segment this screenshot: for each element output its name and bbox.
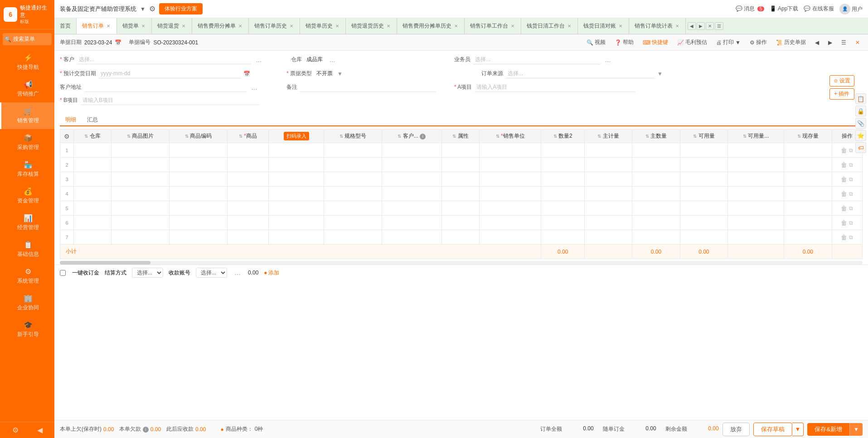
row-1-quantity2[interactable] xyxy=(541,143,584,158)
row-3-product[interactable] xyxy=(227,172,269,187)
row-4-delete-icon[interactable]: 🗑 xyxy=(841,190,847,197)
customer-address-expand-icon[interactable]: … xyxy=(249,84,259,91)
shortcut-button[interactable]: ⌨ 快捷键 xyxy=(640,37,671,48)
row-5-main-quantity[interactable] xyxy=(632,201,680,216)
row-1-spec[interactable] xyxy=(324,143,382,158)
row-2-copy-icon[interactable]: ⧉ xyxy=(849,162,853,168)
save-new-dropdown[interactable]: ▼ xyxy=(849,423,863,436)
row-5-attributes[interactable] xyxy=(441,201,479,216)
row-5-main-unit[interactable] xyxy=(584,201,632,216)
row-4-main-quantity[interactable] xyxy=(632,187,680,201)
tab-home[interactable]: 首页 xyxy=(54,18,77,34)
order-source-dropdown-icon[interactable]: ▼ xyxy=(657,71,663,77)
sidebar-item-quick-nav[interactable]: ⚡ 快捷导航 xyxy=(0,49,54,76)
row-7-main-unit[interactable] xyxy=(584,230,632,245)
b-project-input[interactable] xyxy=(81,96,259,105)
row-3-spec[interactable] xyxy=(324,172,382,187)
sidebar-item-enterprise[interactable]: 🏢 企业协同 xyxy=(0,289,54,316)
row-3-delete-icon[interactable]: 🗑 xyxy=(841,176,847,183)
row-6-main-quantity[interactable] xyxy=(632,216,680,230)
row-2-attributes[interactable] xyxy=(441,158,479,172)
row-6-current-stock[interactable] xyxy=(784,216,832,230)
row-7-product[interactable] xyxy=(227,230,269,245)
row-1-attributes[interactable] xyxy=(441,143,479,158)
row-5-current-stock[interactable] xyxy=(784,201,832,216)
tab-close-order-statistics[interactable]: ✕ xyxy=(674,23,680,29)
tab-sales-expense[interactable]: 销售费用分摊单 ✕ xyxy=(192,18,249,34)
system-dropdown-button[interactable]: ▼ xyxy=(140,6,145,12)
user-avatar[interactable]: 👤 用户 xyxy=(839,4,863,14)
row-1-main-quantity[interactable] xyxy=(632,143,680,158)
discard-button[interactable]: 放弃 xyxy=(723,423,750,436)
row-7-quantity2[interactable] xyxy=(541,230,584,245)
history-button[interactable]: 📜 历史单据 xyxy=(773,37,809,48)
row-1-available2[interactable] xyxy=(728,143,784,158)
save-draft-button[interactable]: 保存草稿 xyxy=(753,423,792,436)
row-6-available2[interactable] xyxy=(728,216,784,230)
row-1-current-stock[interactable] xyxy=(784,143,832,158)
row-3-product-image[interactable] xyxy=(111,172,169,187)
tab-daily-clear-workbench[interactable]: 钱货日清工作台 ✕ xyxy=(521,18,578,34)
row-7-available[interactable] xyxy=(680,230,727,245)
customer-input[interactable] xyxy=(77,55,251,64)
row-6-sales-unit[interactable] xyxy=(479,216,541,230)
tab-invoice-history[interactable]: 销货单历史 ✕ xyxy=(300,18,346,34)
row-1-customer-code[interactable] xyxy=(382,143,441,158)
sidebar-item-inventory[interactable]: 🏪 库存核算 xyxy=(0,156,54,183)
row-2-delete-icon[interactable]: 🗑 xyxy=(841,161,847,168)
row-3-available[interactable] xyxy=(680,172,727,187)
salesperson-expand-icon[interactable]: … xyxy=(603,56,613,63)
row-5-sales-unit[interactable] xyxy=(479,201,541,216)
column-settings-icon[interactable]: ⚙ xyxy=(64,133,70,140)
row-7-attributes[interactable] xyxy=(441,230,479,245)
one-click-deposit-checkbox[interactable] xyxy=(60,270,66,276)
save-draft-dropdown[interactable]: ▼ xyxy=(792,423,804,436)
tab-close-order-workbench[interactable]: ✕ xyxy=(510,23,515,29)
row-2-main-unit[interactable] xyxy=(584,158,632,172)
row-3-available2[interactable] xyxy=(728,172,784,187)
right-sidebar-btn-1[interactable]: 📋 xyxy=(855,93,866,104)
tab-sales-invoice[interactable]: 销货单 ✕ xyxy=(117,18,152,34)
print-button[interactable]: 🖨 打印 ▼ xyxy=(713,37,743,48)
tab-close-sales-expense[interactable]: ✕ xyxy=(238,23,243,29)
sidebar-item-system[interactable]: ⚙ 系统管理 xyxy=(0,263,54,289)
tabs-next-button[interactable]: ▶ xyxy=(697,22,705,30)
row-7-delete-icon[interactable]: 🗑 xyxy=(841,234,847,241)
row-3-copy-icon[interactable]: ⧉ xyxy=(849,176,853,183)
tabs-prev-button[interactable]: ◀ xyxy=(688,22,696,30)
row-4-quantity2[interactable] xyxy=(541,187,584,201)
row-7-copy-icon[interactable]: ⧉ xyxy=(849,234,853,241)
row-6-delete-icon[interactable]: 🗑 xyxy=(841,219,847,226)
sidebar-item-marketing[interactable]: 📢 营销推广 xyxy=(0,76,54,102)
row-2-available2[interactable] xyxy=(728,158,784,172)
row-3-sales-unit[interactable] xyxy=(479,172,541,187)
notifications-icon[interactable]: 💬 消息 5 xyxy=(736,5,764,13)
row-2-product-code[interactable] xyxy=(169,158,227,172)
row-7-warehouse[interactable] xyxy=(74,230,112,245)
tab-sales-order[interactable]: 销售订单 ✕ xyxy=(77,18,117,34)
row-4-main-unit[interactable] xyxy=(584,187,632,201)
row-3-quantity2[interactable] xyxy=(541,172,584,187)
add-payment-button[interactable]: ● 添加 xyxy=(264,269,279,277)
row-6-attributes[interactable] xyxy=(441,216,479,230)
row-3-product-code[interactable] xyxy=(169,172,227,187)
row-7-main-quantity[interactable] xyxy=(632,230,680,245)
a-project-input[interactable] xyxy=(475,82,635,92)
row-1-delete-icon[interactable]: 🗑 xyxy=(841,147,847,154)
row-6-quantity2[interactable] xyxy=(541,216,584,230)
sidebar-item-basic[interactable]: 📋 基础信息 xyxy=(0,236,54,263)
row-3-main-unit[interactable] xyxy=(584,172,632,187)
row-1-product[interactable] xyxy=(227,143,269,158)
right-sidebar-btn-4[interactable]: ⭐ xyxy=(855,130,866,141)
row-5-delete-icon[interactable]: 🗑 xyxy=(841,205,847,212)
tab-close-return-history[interactable]: ✕ xyxy=(386,23,391,29)
tab-sales-return[interactable]: 销货退货 ✕ xyxy=(152,18,192,34)
row-2-quantity2[interactable] xyxy=(541,158,584,172)
customer-expand-icon[interactable]: … xyxy=(254,56,264,63)
row-4-attributes[interactable] xyxy=(441,187,479,201)
operation-button[interactable]: ⚙ 操作 xyxy=(747,37,770,48)
grid-view-button[interactable]: ☰ xyxy=(839,38,849,47)
row-2-current-stock[interactable] xyxy=(784,158,832,172)
row-1-product-image[interactable] xyxy=(111,143,169,158)
warehouse-expand-icon[interactable]: … xyxy=(327,56,337,63)
